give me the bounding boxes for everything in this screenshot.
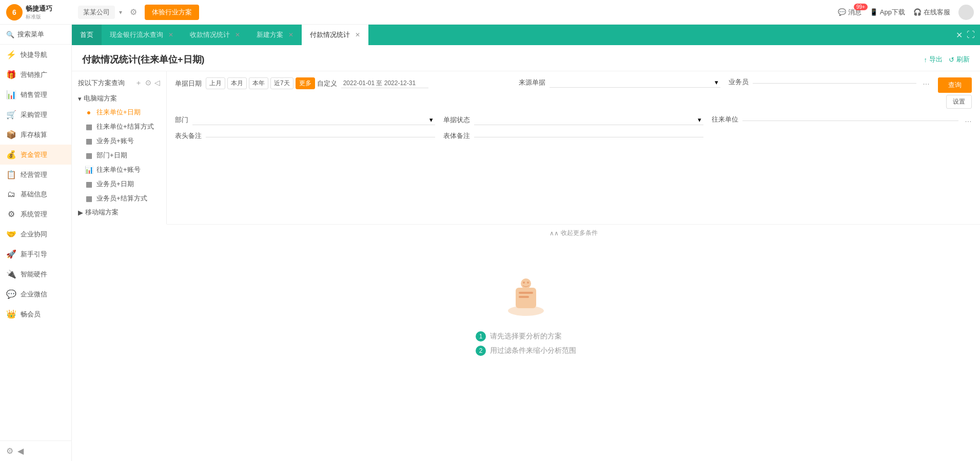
refresh-button[interactable]: ↺ 刷新 [949,55,970,64]
empty-illustration [500,272,552,325]
staff-settle-icon: ▦ [84,194,93,203]
preset-7days[interactable]: 近7天 [270,77,293,89]
settings-footer-icon[interactable]: ⚙ [6,446,13,456]
sidebar-label-system: 系统管理 [21,210,47,219]
source-select-wrapper[interactable]: ▾ [550,77,720,88]
settings-icon[interactable]: ⚙ [126,5,141,19]
tab-payment[interactable]: 付款情况统计 ✕ [302,25,368,45]
desktop-group[interactable]: ▾ 电脑端方案 [72,92,166,105]
sidebar-item-hardware[interactable]: 🔌 智能硬件 [0,264,71,284]
source-select-input[interactable] [552,79,714,86]
body-note-input[interactable] [474,135,703,137]
tab-cash[interactable]: 现金银行流水查询 ✕ [102,25,182,45]
company-chevron-icon[interactable]: ▾ [119,9,122,16]
sidebar-label-guide: 新手引导 [21,250,47,259]
collapse-button[interactable]: ∧∧ 收起更多条件 [550,229,598,237]
svg-point-6 [527,282,529,284]
sidebar-item-system[interactable]: ⚙ 系统管理 [0,204,71,224]
tab-home[interactable]: 首页 [72,25,102,45]
scheme-item-staff-account[interactable]: ▦ 业务员+账号 [72,134,166,148]
filter-row-3: 表头备注 表体备注 [175,131,972,141]
search-menu[interactable]: 🔍 搜索菜单 [0,25,71,45]
sidebar-item-purchase[interactable]: 🛒 采购管理 [0,105,71,125]
header-note-label: 表头备注 [175,131,202,141]
maximize-icon[interactable]: ⛶ [967,30,975,39]
scheme-item-unit-settle[interactable]: ▦ 往来单位+结算方式 [72,119,166,134]
tab-receipt-close-icon[interactable]: ✕ [235,31,240,38]
sidebar-label-enterprise: 企业协同 [21,230,47,239]
dept-group: 部门 ▾ [175,115,435,125]
tab-receipt[interactable]: 收款情况统计 ✕ [182,25,248,45]
scheme-item-staff-settle[interactable]: ▦ 业务员+结算方式 [72,191,166,206]
app-download-action[interactable]: 📱 App下载 [870,8,905,17]
tab-payment-close-icon[interactable]: ✕ [355,31,360,38]
doc-status-select-wrapper[interactable]: ▾ [474,115,703,125]
tab-new-scheme-close-icon[interactable]: ✕ [288,31,293,38]
filter-form: 单据日期 上月 本月 本年 近7天 更多 自定义 [167,71,980,224]
unit-ellipsis-icon[interactable]: … [965,115,972,124]
doc-status-group: 单据状态 ▾ [443,115,703,125]
hardware-icon: 🔌 [6,269,16,279]
settings-button[interactable]: 设置 [946,95,972,109]
date-range-input[interactable] [341,78,428,88]
download-icon: 📱 [870,8,878,16]
sidebar-item-marketing[interactable]: 🎁 营销推广 [0,65,71,85]
preset-this-month[interactable]: 本月 [227,77,247,89]
company-selector[interactable]: 某某公司 [78,6,115,19]
staff-input[interactable] [753,81,916,84]
settings-scheme-icon[interactable]: ⊙ [145,78,151,88]
preset-last-month[interactable]: 上月 [206,77,225,89]
tab-cash-close-icon[interactable]: ✕ [168,31,173,38]
unit-account-icon: 📊 [84,166,93,174]
collapse-sidebar-icon[interactable]: ◀ [17,446,24,456]
close-tab-icon[interactable]: ✕ [956,30,963,40]
avatar[interactable] [958,5,974,20]
wechat-icon: 💬 [6,289,16,299]
query-button[interactable]: 查询 [938,77,972,93]
add-scheme-icon[interactable]: ＋ [135,78,142,88]
staff-group: 业务员 … [729,77,930,87]
desktop-group-label: 电脑端方案 [84,94,117,103]
header-right: 💬 消息 99+ 📱 App下载 🎧 在线客服 [838,5,974,20]
refresh-label: 刷新 [956,55,970,64]
doc-status-label: 单据状态 [443,115,470,125]
dept-select-input[interactable] [194,116,429,124]
staff-ellipsis-icon[interactable]: … [923,78,930,86]
sidebar-item-guide[interactable]: 🚀 新手引导 [0,244,71,264]
sidebar-item-inventory[interactable]: 📦 库存核算 [0,125,71,145]
header-note-input[interactable] [206,135,435,137]
sidebar-item-fund[interactable]: 💰 资金管理 [0,145,71,165]
collapse-scheme-icon[interactable]: ◁ [154,78,160,88]
scheme-item-unit-account[interactable]: 📊 往来单位+账号 [72,163,166,177]
sidebar-item-enterprise[interactable]: 🤝 企业协同 [0,224,71,244]
export-button[interactable]: ↑ 导出 [924,55,943,64]
tab-new-scheme[interactable]: 新建方案 ✕ [248,25,302,45]
source-chevron-icon: ▾ [715,78,718,86]
empty-tips: 1 请先选择要分析的方案 2 用过滤条件来缩小分析范围 [476,331,576,356]
sidebar-label-member: 畅会员 [21,310,41,319]
doc-status-chevron-icon: ▾ [698,116,701,124]
trial-button[interactable]: 体验行业方案 [145,5,199,20]
dept-select-wrapper[interactable]: ▾ [192,115,435,125]
preset-more[interactable]: 更多 [296,77,315,89]
svg-rect-2 [519,292,533,294]
sidebar-item-sales[interactable]: 📊 销售管理 [0,85,71,105]
doc-status-input[interactable] [476,116,698,124]
mobile-group[interactable]: ▶ 移动端方案 [72,206,166,219]
sidebar-item-basic[interactable]: 🗂 基础信息 [0,185,71,204]
sidebar-item-member[interactable]: 👑 畅会员 [0,304,71,324]
online-service-action[interactable]: 🎧 在线客服 [913,8,950,17]
unit-input[interactable] [742,118,958,121]
message-action[interactable]: 💬 消息 99+ [838,8,861,17]
tab-receipt-label: 收款情况统计 [190,30,230,39]
scheme-item-dept-date[interactable]: ▦ 部门+日期 [72,148,166,163]
preset-this-year[interactable]: 本年 [249,77,268,89]
fund-icon: 💰 [6,150,16,159]
scheme-item-unit-date[interactable]: ● 往来单位+日期 [72,105,166,119]
scheme-item-staff-date[interactable]: ▦ 业务员+日期 [72,177,166,191]
sidebar-item-wechat[interactable]: 💬 企业微信 [0,284,71,304]
sidebar-item-operations[interactable]: 📋 经营管理 [0,165,71,185]
tab-bar: 首页 现金银行流水查询 ✕ 收款情况统计 ✕ 新建方案 ✕ 付款情况统计 ✕ ✕… [72,25,980,45]
export-icon: ↑ [924,56,928,64]
sidebar-item-shortcut[interactable]: ⚡ 快捷导航 [0,45,71,65]
